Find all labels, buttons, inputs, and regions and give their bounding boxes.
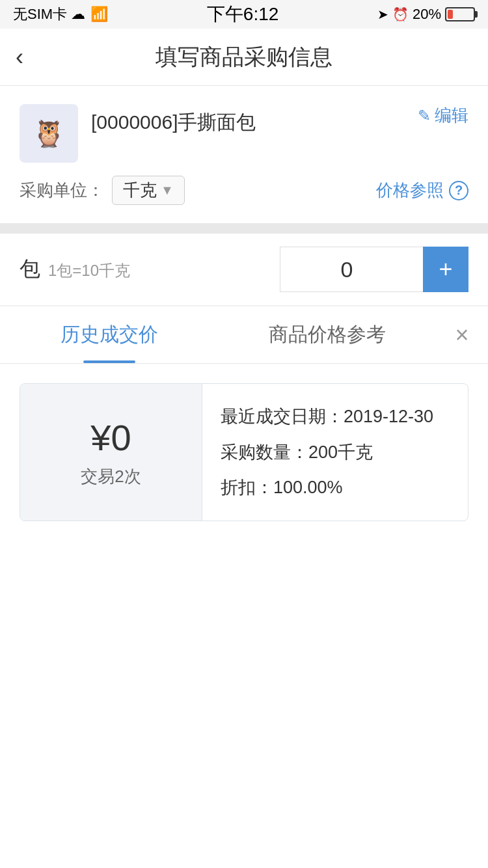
qty-input[interactable] xyxy=(280,247,423,292)
history-card-right: 最近成交日期：2019-12-30 采购数量：200千克 折扣：100.00% xyxy=(202,384,468,521)
location-icon: ➤ xyxy=(377,7,388,22)
status-time: 下午6:12 xyxy=(207,2,279,27)
tab-history-price[interactable]: 历史成交价 xyxy=(0,306,218,363)
history-transactions: 交易2次 xyxy=(81,465,141,488)
history-card-left: ¥0 交易2次 xyxy=(20,384,202,521)
discount-value: 100.00% xyxy=(273,478,343,497)
dropdown-arrow-icon: ▼ xyxy=(161,183,174,198)
qty-label-group: 包 1包=10千克 xyxy=(20,255,130,284)
qty-label: 采购数量： xyxy=(221,442,308,462)
history-price: ¥0 xyxy=(90,416,131,459)
date-value: 2019-12-30 xyxy=(344,407,433,426)
qty-subtext: 1包=10千克 xyxy=(48,260,130,281)
product-unit-row: 采购单位： 千克 ▼ 价格参照 ? xyxy=(20,176,468,205)
carrier-text: 无SIM卡 ☁ xyxy=(13,5,85,24)
history-date-row: 最近成交日期：2019-12-30 xyxy=(221,403,450,430)
tab-price-reference[interactable]: 商品价格参考 xyxy=(218,306,436,363)
history-card: ¥0 交易2次 最近成交日期：2019-12-30 采购数量：200千克 折扣：… xyxy=(20,383,468,521)
product-name: [0000006]手撕面包 xyxy=(91,104,256,136)
qty-input-group: + xyxy=(280,247,468,292)
tabs-row: 历史成交价 商品价格参考 × xyxy=(0,306,488,364)
qty-unit: 包 xyxy=(20,255,40,284)
edit-icon: ✎ xyxy=(418,107,431,125)
product-card: 🦉 [0000006]手撕面包 ✎ 编辑 采购单位： 千克 ▼ 价格参照 ? xyxy=(0,86,488,223)
product-top: 🦉 [0000006]手撕面包 ✎ 编辑 xyxy=(20,104,468,163)
main-background xyxy=(0,541,488,869)
close-button[interactable]: × xyxy=(436,306,488,364)
header: ‹ 填写商品采购信息 xyxy=(0,29,488,86)
battery-icon xyxy=(445,7,475,21)
wifi-icon: 📶 xyxy=(90,6,108,23)
status-right: ➤ ⏰ 20% xyxy=(377,6,475,23)
unit-select[interactable]: 千克 ▼ xyxy=(112,176,185,205)
edit-label: 编辑 xyxy=(435,104,468,127)
tab-history-label: 历史成交价 xyxy=(61,321,158,348)
price-ref-button[interactable]: 价格参照 ? xyxy=(376,179,468,202)
qty-value: 200千克 xyxy=(308,442,373,462)
history-content: ¥0 交易2次 最近成交日期：2019-12-30 采购数量：200千克 折扣：… xyxy=(0,364,488,541)
history-discount-row: 折扣：100.00% xyxy=(221,474,450,501)
page-title: 填写商品采购信息 xyxy=(156,42,332,72)
history-qty-row: 采购数量：200千克 xyxy=(221,439,450,466)
unit-label: 采购单位： xyxy=(20,179,104,202)
alarm-icon: ⏰ xyxy=(392,7,409,22)
edit-button[interactable]: ✎ 编辑 xyxy=(418,104,468,127)
date-label: 最近成交日期： xyxy=(221,407,344,426)
product-image-icon: 🦉 xyxy=(33,118,65,149)
section-divider xyxy=(0,223,488,234)
status-bar: 无SIM卡 ☁ 📶 下午6:12 ➤ ⏰ 20% xyxy=(0,0,488,29)
product-left: 🦉 [0000006]手撕面包 xyxy=(20,104,256,163)
status-left: 无SIM卡 ☁ 📶 xyxy=(13,5,108,24)
bottom-panel: 历史成交价 商品价格参考 × ¥0 交易2次 最近成交日期：2019-12-30… xyxy=(0,305,488,541)
quantity-row: 包 1包=10千克 + xyxy=(0,234,488,305)
back-button[interactable]: ‹ xyxy=(16,44,23,71)
discount-label: 折扣： xyxy=(221,478,273,497)
product-thumbnail: 🦉 xyxy=(20,104,78,163)
help-circle-icon: ? xyxy=(449,181,468,200)
battery-percent: 20% xyxy=(413,6,441,23)
price-ref-label: 价格参照 xyxy=(376,179,444,202)
unit-left: 采购单位： 千克 ▼ xyxy=(20,176,185,205)
qty-plus-button[interactable]: + xyxy=(423,247,468,292)
tab-price-ref-label: 商品价格参考 xyxy=(269,321,386,348)
unit-value: 千克 xyxy=(123,179,157,202)
